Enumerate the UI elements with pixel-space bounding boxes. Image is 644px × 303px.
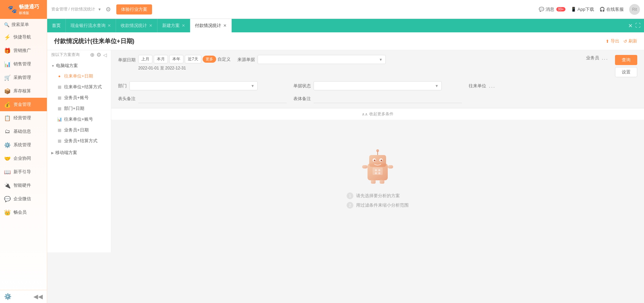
- sidebar-item-label: 基础信息: [13, 128, 31, 134]
- tab-cashflow[interactable]: 现金银行流水查询 ✕: [66, 19, 116, 32]
- partner-filter: 往来单位 ...: [469, 83, 637, 89]
- scheme-item-3[interactable]: ▦ 部门+日期: [47, 103, 111, 114]
- date-btn-more[interactable]: 更多: [203, 56, 216, 63]
- empty-state: 1 请先选择要分析的方案 2 用过滤条件来缩小分析范围: [111, 120, 644, 236]
- refresh-btn[interactable]: ↺ 刷新: [623, 38, 637, 44]
- svg-rect-10: [371, 180, 376, 184]
- app-download-item[interactable]: 📱 App下载: [571, 6, 594, 12]
- source-select[interactable]: ▾: [258, 55, 386, 64]
- empty-state-illustration: [357, 147, 398, 187]
- sidebar-item-capital[interactable]: 💰 资金管理: [0, 98, 47, 111]
- source-filter: 来源单据 ▾: [237, 55, 579, 64]
- purchase-icon: 🛒: [4, 74, 11, 81]
- scheme-item-label: 往来单位+账号: [64, 116, 93, 122]
- scheme-group-mobile-header[interactable]: ▶ 移动端方案: [47, 148, 111, 158]
- sidebar-item-quicknav[interactable]: ⚡ 快捷导航: [0, 30, 47, 44]
- tab-payments-label: 付款情况统计: [195, 23, 221, 29]
- topbar-settings-icon[interactable]: ⚙: [106, 6, 111, 13]
- filter-settings-btn[interactable]: 设置: [615, 67, 637, 77]
- scheme-item-1[interactable]: ▦ 往来单位+结算方式: [47, 82, 111, 92]
- tab-newscheme-label: 新建方案: [162, 23, 180, 29]
- sidebar-item-purchase[interactable]: 🛒 采购管理: [0, 71, 47, 84]
- sales-icon: 📊: [4, 61, 11, 67]
- tab-payments-close[interactable]: ✕: [223, 23, 227, 28]
- scheme-item-2[interactable]: ▦ 业务员+账号: [47, 92, 111, 103]
- svg-point-7: [376, 149, 379, 152]
- sidebar-item-wechat[interactable]: 💬 企业微信: [0, 192, 47, 206]
- scheme-item-label: 业务员+结算方式: [64, 138, 97, 144]
- date-btn-lastmonth[interactable]: 上月: [138, 55, 152, 63]
- hardware-icon: 🔌: [4, 182, 11, 189]
- scheme-add-icon[interactable]: ⊕: [90, 52, 94, 58]
- capital-icon: 💰: [4, 101, 11, 108]
- scheme-item-0[interactable]: ● 往来单位+日期: [47, 71, 111, 82]
- staff-ellipsis-btn[interactable]: ...: [602, 55, 608, 61]
- tip-num-2: 2: [347, 202, 353, 209]
- svg-point-5: [381, 160, 382, 161]
- messages-label: 消息: [546, 6, 554, 12]
- user-avatar[interactable]: Rit: [629, 4, 640, 15]
- tab-payments[interactable]: 付款情况统计 ✕: [190, 19, 232, 32]
- query-btn[interactable]: 查询: [615, 55, 637, 65]
- tab-newscheme[interactable]: 新建方案 ✕: [157, 19, 190, 32]
- dept-select[interactable]: ▾: [129, 81, 258, 90]
- tab-receipts[interactable]: 收款情况统计 ✕: [116, 19, 157, 32]
- tab-home[interactable]: 首页: [47, 19, 66, 32]
- online-support-item[interactable]: 🎧 在线客服: [599, 6, 624, 12]
- scheme-settings-icon[interactable]: ⚙: [96, 52, 101, 58]
- date-range-display: 2022-01-01 至 2022-12-31: [138, 65, 231, 71]
- scheme-item-5[interactable]: ▦ 业务员+日期: [47, 125, 111, 135]
- scheme-group-pc-header[interactable]: ▼ 电脑端方案: [47, 61, 111, 71]
- body-note-input[interactable]: [314, 94, 462, 103]
- tab-fullscreen-icon[interactable]: ⛶: [635, 23, 641, 29]
- topbar-dropdown-icon[interactable]: ▾: [98, 7, 101, 12]
- status-select[interactable]: ▾: [314, 81, 442, 90]
- sidebar-item-label: 经营管理: [13, 115, 31, 121]
- sidebar-item-operations[interactable]: 📋 经营管理: [0, 111, 47, 125]
- sidebar-item-guide[interactable]: 📖 新手引导: [0, 165, 47, 179]
- tab-cashflow-close[interactable]: ✕: [108, 23, 111, 28]
- tip-num-1: 1: [347, 192, 353, 199]
- sidebar-item-cooperation[interactable]: 🤝 企业协同: [0, 152, 47, 165]
- dept-filter: 部门 ▾: [118, 81, 287, 90]
- collapse-btn[interactable]: ∧∧ 收起更多条件: [362, 111, 393, 117]
- sidebar-item-sales[interactable]: 📊 销售管理: [0, 57, 47, 71]
- collapse-sidebar-icon[interactable]: ◀◀: [33, 293, 43, 300]
- tab-close-all-icon[interactable]: ✕: [628, 23, 633, 29]
- sidebar-item-basic[interactable]: 🗂 基础信息: [0, 125, 47, 138]
- sidebar-item-marketing[interactable]: 🎁 营销推广: [0, 44, 47, 57]
- scheme-item-label: 业务员+日期: [64, 127, 89, 133]
- messages-item[interactable]: 💬 消息 99+: [539, 6, 565, 12]
- scheme-panel: 按以下方案查询 ⊕ ⚙ ◁ ▼ 电脑端方案 ● 往来单位+日期 ▦: [47, 50, 111, 252]
- scheme-item-label: 往来单位+日期: [64, 73, 93, 79]
- settings-icon[interactable]: ⚙️: [4, 293, 11, 300]
- sidebar-item-label: 库存核算: [13, 88, 31, 94]
- date-btn-thisyear[interactable]: 本年: [169, 55, 183, 63]
- app-version: 标准版: [19, 11, 39, 16]
- sidebar-item-inventory[interactable]: 📦 库存核算: [0, 84, 47, 98]
- app-name: 畅捷通巧: [19, 4, 39, 10]
- scheme-item-4[interactable]: 📊 往来单位+账号: [47, 114, 111, 125]
- header-note-input[interactable]: [138, 94, 287, 103]
- body-note-label: 表体备注: [293, 96, 311, 102]
- svg-rect-12: [373, 168, 383, 175]
- export-btn[interactable]: ⬆ 导出: [606, 38, 619, 44]
- body-note-filter: 表体备注: [293, 94, 462, 103]
- support-icon: 🎧: [599, 7, 605, 12]
- scheme-collapse-icon[interactable]: ◁: [103, 52, 107, 58]
- tab-newscheme-close[interactable]: ✕: [182, 23, 185, 28]
- date-btn-thismonth[interactable]: 本月: [154, 55, 168, 63]
- scheme-item-6[interactable]: ▦ 业务员+结算方式: [47, 135, 111, 146]
- trial-btn[interactable]: 体验行业方案: [116, 4, 152, 14]
- sidebar-item-label: 畅会员: [13, 209, 27, 215]
- sidebar-item-hardware[interactable]: 🔌 智能硬件: [0, 179, 47, 192]
- sidebar-item-member[interactable]: 👑 畅会员: [0, 206, 47, 219]
- sidebar-item-system[interactable]: ⚙️ 系统管理: [0, 138, 47, 152]
- empty-tip-1: 1 请先选择要分析的方案: [347, 192, 409, 199]
- date-custom-label[interactable]: 自定义: [217, 56, 231, 62]
- search-menu[interactable]: 🔍 搜索菜单: [0, 19, 47, 30]
- partner-ellipsis-btn[interactable]: ...: [489, 83, 495, 89]
- date-btn-7days[interactable]: 近7天: [185, 55, 201, 63]
- tab-receipts-close[interactable]: ✕: [149, 23, 152, 28]
- scheme-item-label: 往来单位+结算方式: [64, 84, 102, 90]
